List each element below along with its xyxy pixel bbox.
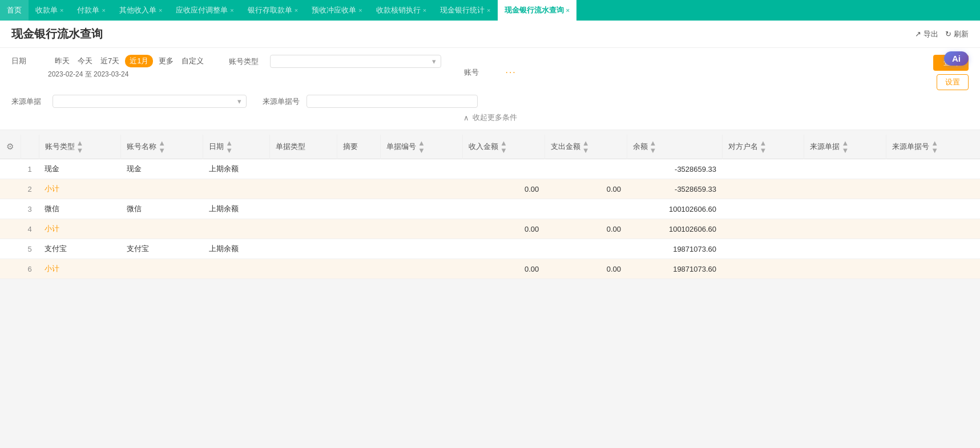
table-row: 3微信微信上期余额100102606.60 bbox=[0, 199, 980, 219]
ai-badge[interactable]: Ai bbox=[944, 51, 969, 66]
date-opt-today[interactable]: 今天 bbox=[75, 55, 95, 67]
income-cell: 0.00 bbox=[462, 259, 545, 279]
balance-cell: -3528659.33 bbox=[627, 159, 722, 179]
close-icon[interactable]: × bbox=[423, 7, 426, 14]
account-filter-group: 账号 ··· 查询 设置 bbox=[464, 55, 969, 90]
balance-cell: 19871073.60 bbox=[627, 239, 722, 259]
settings-button[interactable]: 设置 bbox=[937, 74, 969, 90]
row-checkbox bbox=[0, 259, 21, 279]
refresh-icon: ↻ bbox=[945, 30, 951, 38]
expense-cell bbox=[545, 159, 627, 179]
close-icon[interactable]: × bbox=[102, 7, 105, 14]
close-icon[interactable]: × bbox=[60, 7, 63, 14]
nav-tab-payment[interactable]: 付款单 × bbox=[70, 0, 112, 21]
account-name-cell: 支付宝 bbox=[121, 239, 203, 259]
th-source-doc-no[interactable]: 来源单据号 ▲▼ bbox=[886, 135, 980, 159]
source-doc-no-cell bbox=[886, 239, 980, 259]
date-opt-more[interactable]: 更多 bbox=[156, 55, 176, 67]
source-doc-no-cell bbox=[886, 179, 980, 199]
nav-cashflow-label: 现金银行流水查询 bbox=[505, 5, 564, 15]
close-icon[interactable]: × bbox=[295, 7, 298, 14]
summary-cell bbox=[337, 159, 380, 179]
source-doc-cell bbox=[804, 259, 886, 279]
summary-cell bbox=[337, 219, 380, 239]
settings-col-header[interactable]: ⚙ bbox=[0, 135, 21, 159]
date-cell: 上期余额 bbox=[203, 239, 270, 259]
table-row: 1现金现金上期余额-3528659.33 bbox=[0, 159, 980, 179]
row-checkbox bbox=[0, 179, 21, 199]
expense-cell: 0.00 bbox=[545, 259, 627, 279]
nav-tab-advance[interactable]: 预收冲应收单 × bbox=[305, 0, 369, 21]
th-expense[interactable]: 支出金额 ▲▼ bbox=[545, 135, 627, 159]
account-ellipsis-button[interactable]: ··· bbox=[505, 67, 516, 78]
date-label: 日期 bbox=[11, 56, 46, 66]
sort-arrows: ▲▼ bbox=[582, 139, 590, 154]
th-income[interactable]: 收入金额 ▲▼ bbox=[462, 135, 545, 159]
th-account-name[interactable]: 账号名称 ▲▼ bbox=[121, 135, 203, 159]
th-doc-no[interactable]: 单据编号 ▲▼ bbox=[381, 135, 463, 159]
income-cell bbox=[462, 199, 545, 219]
close-icon[interactable]: × bbox=[358, 7, 362, 14]
table-row: 5支付宝支付宝上期余额19871073.60 bbox=[0, 239, 980, 259]
row-checkbox bbox=[0, 159, 21, 179]
date-opt-yesterday[interactable]: 昨天 bbox=[53, 55, 72, 67]
date-opt-1month[interactable]: 近1月 bbox=[125, 55, 153, 67]
nav-tab-other-income[interactable]: 其他收入单 × bbox=[112, 0, 169, 21]
source-doc-cell bbox=[804, 219, 886, 239]
nav-tab-statistics[interactable]: 现金银行统计 × bbox=[433, 0, 497, 21]
th-source-doc[interactable]: 来源单据 ▲▼ bbox=[804, 135, 886, 159]
source-doc-select[interactable]: ▾ bbox=[53, 95, 247, 108]
source-doc-cell bbox=[804, 159, 886, 179]
table-container: ⚙ 账号类型 ▲▼ 账号名称 ▲▼ 日期 bbox=[0, 135, 980, 279]
nav-tab-receipt[interactable]: 收款单 × bbox=[29, 0, 70, 21]
close-icon[interactable]: × bbox=[230, 7, 233, 14]
doc-no-cell bbox=[381, 219, 463, 239]
nav-tab-collection[interactable]: 收款核销执行 × bbox=[369, 0, 433, 21]
balance-cell: 19871073.60 bbox=[627, 259, 722, 279]
summary-cell bbox=[337, 179, 380, 199]
collapse-bar[interactable]: ∧ 收起更多条件 bbox=[11, 112, 969, 123]
doc-no-cell bbox=[381, 259, 463, 279]
row-checkbox bbox=[0, 199, 21, 219]
close-icon[interactable]: × bbox=[487, 7, 490, 14]
date-range-display: 2023-02-24 至 2023-03-24 bbox=[48, 70, 128, 78]
close-icon[interactable]: × bbox=[566, 7, 570, 14]
balance-cell: 100102606.60 bbox=[627, 219, 722, 239]
nav-tab-cashflow[interactable]: 现金银行流水查询 × bbox=[498, 0, 576, 21]
account-type-filter-group: 账号类型 ▾ bbox=[229, 55, 441, 68]
nav-bank-deposit-label: 银行存取款单 bbox=[248, 5, 292, 15]
account-name-cell: 现金 bbox=[121, 159, 203, 179]
th-balance[interactable]: 余额 ▲▼ bbox=[627, 135, 722, 159]
sort-arrows: ▲▼ bbox=[76, 139, 84, 154]
refresh-button[interactable]: ↻ 刷新 bbox=[945, 29, 969, 39]
source-doc-cell bbox=[804, 179, 886, 199]
sort-arrows: ▲▼ bbox=[650, 139, 657, 154]
source-doc-no-input[interactable] bbox=[306, 95, 478, 108]
date-opt-7days[interactable]: 近7天 bbox=[98, 55, 122, 67]
source-doc-no-cell bbox=[886, 219, 980, 239]
row-number: 5 bbox=[21, 239, 39, 259]
th-date[interactable]: 日期 ▲▼ bbox=[203, 135, 270, 159]
doc-type-cell bbox=[269, 159, 337, 179]
nav-receipt-label: 收款单 bbox=[35, 5, 58, 15]
balance-cell: 100102606.60 bbox=[627, 199, 722, 219]
account-type-select[interactable]: ▾ bbox=[270, 55, 441, 68]
export-button[interactable]: ↗ 导出 bbox=[915, 29, 938, 39]
nav-tab-home[interactable]: 首页 bbox=[0, 0, 29, 21]
account-type-cell: 小计 bbox=[39, 179, 121, 199]
nav-tab-adjust[interactable]: 应收应付调整单 × bbox=[169, 0, 240, 21]
date-opt-custom[interactable]: 自定义 bbox=[179, 55, 206, 67]
nav-advance-label: 预收冲应收单 bbox=[312, 5, 356, 15]
close-icon[interactable]: × bbox=[159, 7, 162, 14]
doc-type-cell bbox=[269, 239, 337, 259]
nav-tab-bank-deposit[interactable]: 银行存取款单 × bbox=[241, 0, 305, 21]
th-account-type[interactable]: 账号类型 ▲▼ bbox=[39, 135, 121, 159]
counterpart-cell bbox=[722, 259, 804, 279]
doc-type-cell bbox=[269, 219, 337, 239]
counterpart-cell bbox=[722, 179, 804, 199]
date-options: 昨天 今天 近7天 近1月 更多 自定义 bbox=[53, 55, 206, 67]
date-cell bbox=[203, 179, 270, 199]
data-table: ⚙ 账号类型 ▲▼ 账号名称 ▲▼ 日期 bbox=[0, 135, 980, 279]
sort-arrows: ▲▼ bbox=[841, 139, 849, 154]
th-counterpart[interactable]: 对方户名 ▲▼ bbox=[722, 135, 804, 159]
